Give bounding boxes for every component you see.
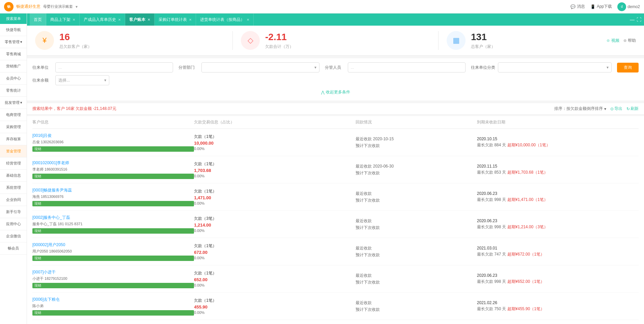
sidebar-item-vip[interactable]: 畅会员 xyxy=(0,242,27,255)
results-text: 搜索结果中，客户 16家 欠款金额 -21,148.07元 xyxy=(32,106,116,112)
return-info-7: 最近收款 预计下次收款 xyxy=(356,300,477,313)
tab-minimize-button[interactable]: — xyxy=(630,17,635,22)
balance-select[interactable]: 选择... ▾ xyxy=(55,75,109,85)
filter-unit-type: 往来单位分类 ▾ xyxy=(471,62,612,72)
tab-purchase-stats-close[interactable]: ✕ xyxy=(189,18,192,22)
return-info-3: 最近收款 预计下次收款 xyxy=(356,191,477,203)
customer-badge-5: 现销 xyxy=(32,256,194,261)
total-customers-info: 131 总客户（家） xyxy=(471,32,495,50)
tab-customer-ledger-close[interactable]: ✕ xyxy=(147,18,150,22)
sidebar-item-retail-mgmt[interactable]: 零售管理 ▾ xyxy=(0,36,27,48)
customer-badge-7: 现销 xyxy=(32,310,194,316)
sidebar-item-finance[interactable]: 资金管理 xyxy=(0,145,27,157)
brand-name: 畅捷通好生意 xyxy=(16,4,40,9)
debit-amount-info: -2.11 欠款合计（万） xyxy=(265,32,293,50)
table-row: [0003]畅捷服务尹海蕊 海燕 18513066976 现销 欠款（1笔） 1… xyxy=(32,183,639,211)
stat-debit-customers: ¥ 16 总欠款客户（家） xyxy=(27,31,233,50)
source-unit-input[interactable]: ... xyxy=(55,62,173,72)
overdue-info-5: 2021.03.01 最长欠款 747 天 超期¥672.00（1笔） xyxy=(477,246,639,257)
sidebar-item-guide[interactable]: 新手引导 xyxy=(0,206,27,218)
sidebar-item-purchase[interactable]: 采购管理 xyxy=(0,121,27,133)
tab-customer-ledger[interactable]: 客户账本 ✕ xyxy=(125,13,155,26)
stat-debit-amount: ◇ -2.11 欠款合计（万） xyxy=(233,31,439,50)
tab-bar-right: — ⛶ xyxy=(630,17,641,22)
table-row: [0007]小进干 小进干 18279152100 现销 欠款（1笔） 652.… xyxy=(32,265,639,293)
sidebar-item-inventory[interactable]: 库存核算 xyxy=(0,133,27,145)
next-label-6: 预计下次收款 xyxy=(356,279,477,285)
user-profile[interactable]: d demo2 xyxy=(617,2,640,11)
export-button[interactable]: ⊙ 导出 xyxy=(610,106,622,112)
next-label-4: 预计下次收款 xyxy=(356,225,477,231)
overdue-days-6: 最长欠款 998 天 超期¥652.00（1笔） xyxy=(477,279,639,285)
filter-row-1: 往来单位 ... 分管部门 ▾ 分管人员 xyxy=(32,62,639,72)
sidebar-item-system[interactable]: 系统管理 xyxy=(0,182,27,194)
dept-select[interactable]: ▾ xyxy=(201,62,319,72)
sidebar-search[interactable]: 搜索菜单 xyxy=(0,13,27,24)
overdue-info-7: 2021.02.26 最长欠款 750 天 超期¥455.90（1笔） xyxy=(477,300,639,312)
tab-production[interactable]: 产成品入库单历史 ✕ xyxy=(80,13,125,26)
overdue-link-4[interactable]: 超期¥1,214.00（3笔） xyxy=(507,225,548,229)
sidebar-item-enterprise[interactable]: 企业协同 xyxy=(0,194,27,206)
overdue-link-5[interactable]: 超期¥672.00（1笔） xyxy=(507,252,544,257)
sidebar-item-marketing[interactable]: 营销推广 xyxy=(0,60,27,72)
overdue-date-6: 2020.06.23 xyxy=(477,273,639,278)
sidebar-item-wholesale[interactable]: 批发管理 ▾ xyxy=(0,97,27,109)
sidebar-item-ecommerce[interactable]: 电商管理 xyxy=(0,109,27,121)
customer-phone-6: 小进干 18279152100 xyxy=(32,276,194,281)
tab-products[interactable]: 商品上下架 ✕ xyxy=(46,13,80,26)
sidebar-item-operations[interactable]: 经营管理 xyxy=(0,157,27,170)
customer-badge-4: 现销 xyxy=(32,228,194,234)
tab-maximize-button[interactable]: ⛶ xyxy=(637,17,641,22)
tab-production-close[interactable]: ✕ xyxy=(118,18,121,22)
overdue-days-1: 最长欠款 884 天 超期¥10,000.00（1笔） xyxy=(477,142,639,148)
overdue-link-1[interactable]: 超期¥10,000.00（1笔） xyxy=(507,143,550,147)
tab-home[interactable]: 首页 xyxy=(30,13,46,26)
debit-customers-label: 总欠款客户（家） xyxy=(59,44,92,50)
video-button[interactable]: ⊙ 视频 xyxy=(607,38,619,43)
search-button[interactable]: 查询 xyxy=(617,63,639,72)
customer-name-2[interactable]: [0001020001]李老师 xyxy=(32,160,194,166)
sidebar-item-basic-info[interactable]: 基础信息 xyxy=(0,170,27,182)
dropdown-icon[interactable]: ▾ xyxy=(76,4,78,9)
tab-customer-ledger-label: 客户账本 xyxy=(129,17,145,23)
debt-amount-4: 1,214.00 xyxy=(194,223,356,228)
overdue-link-6[interactable]: 超期¥652.00（1笔） xyxy=(507,279,544,284)
customer-name-7[interactable]: [0006]去下粮仓 xyxy=(32,297,194,302)
customer-name-4[interactable]: [0002]服务中心_丁磊 xyxy=(32,215,194,220)
collapse-button[interactable]: ⋀ 收起更多条件 xyxy=(32,88,639,96)
app-download-button[interactable]: 📱 App下载 xyxy=(590,4,612,9)
filter-row-2: 往来余额 选择... ▾ xyxy=(32,75,639,85)
sidebar-item-retail-stats[interactable]: 零售统计 xyxy=(0,85,27,97)
tab-goods-stats-close[interactable]: ✕ xyxy=(247,18,249,22)
customer-name-5[interactable]: [000002]用户2050 xyxy=(32,242,194,248)
message-button[interactable]: 💬 消息 xyxy=(570,4,585,9)
debt-count-5: 欠款（1笔） xyxy=(194,243,356,249)
refresh-button[interactable]: ↻ 刷新 xyxy=(626,106,639,112)
sub-brand: 母婴行业演示账套 xyxy=(43,4,73,9)
tab-products-close[interactable]: ✕ xyxy=(73,18,75,22)
recent-label-1: 最近收款 2020-10-15 xyxy=(356,136,477,142)
sort-select[interactable]: 排序：按欠款金额倒序排序 ▾ xyxy=(554,106,606,112)
tab-goods-stats[interactable]: 进货单统计表（按商品） ✕ xyxy=(196,13,254,26)
sidebar-item-retail-store[interactable]: 零售商城 xyxy=(0,48,27,60)
main-layout: 搜索菜单 快捷导航 零售管理 ▾ 零售商城 营销推广 会员中心 零售统计 批发管… xyxy=(0,13,644,324)
customer-name-6[interactable]: [0007]小进干 xyxy=(32,269,194,275)
customer-name-3[interactable]: [0003]畅捷服务尹海蕊 xyxy=(32,187,194,193)
customer-name-1[interactable]: [0016]吕俊 xyxy=(32,133,194,139)
message-icon: 💬 xyxy=(570,4,576,9)
unit-type-select[interactable]: ▾ xyxy=(498,62,612,72)
sidebar-item-member[interactable]: 会员中心 xyxy=(0,72,27,85)
table-row: [000001]黄思源 黄思源 13552700226 现销 欠款（1笔） 42… xyxy=(32,320,639,324)
tab-purchase-stats[interactable]: 采购订单统计表 ✕ xyxy=(155,13,196,26)
customer-phone-1: 吕俊 13026203696 xyxy=(32,140,194,145)
overdue-info-3: 2020.06.23 最长欠款 998 天 超期¥1,471.00（1笔） xyxy=(477,191,639,203)
debt-percent-7: 0.00% xyxy=(194,311,356,315)
sidebar-item-apps[interactable]: 应用中心 xyxy=(0,218,27,230)
overdue-link-3[interactable]: 超期¥1,471.00（1笔） xyxy=(507,197,548,202)
person-input[interactable]: ... xyxy=(348,62,466,72)
sidebar-item-wechat[interactable]: 企业微信 xyxy=(0,230,27,242)
sidebar-item-quick-nav[interactable]: 快捷导航 xyxy=(0,24,27,36)
help-button[interactable]: ⊙ 帮助 xyxy=(623,38,636,43)
overdue-link-7[interactable]: 超期¥455.90（1笔） xyxy=(507,306,544,311)
overdue-link-2[interactable]: 超期¥1,703.68（1笔） xyxy=(507,170,548,175)
